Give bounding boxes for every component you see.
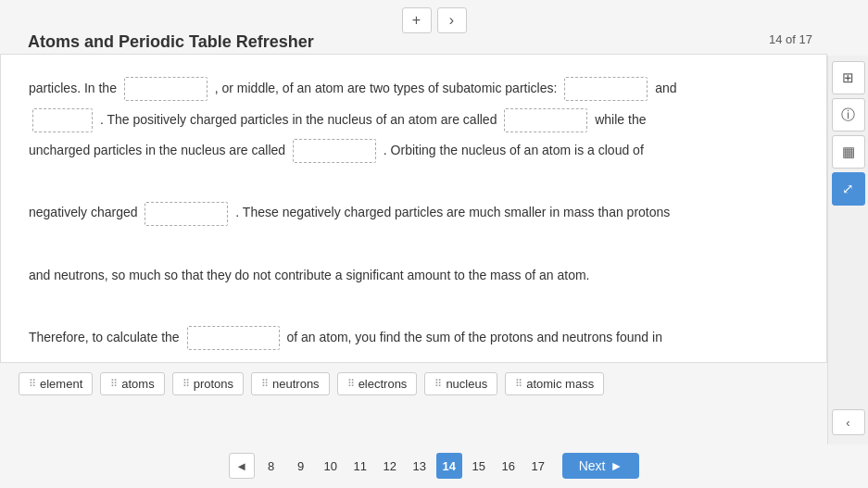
next-button-label: Next [579,458,606,473]
page-13[interactable]: 13 [407,453,433,479]
word-atoms[interactable]: ⠿ atoms [100,372,164,395]
next-button[interactable]: Next ► [562,453,640,479]
text-these-neg: . These negatively charged particles are… [235,205,670,219]
text-of-an-atom: of an atom, you find the sum of the prot… [286,330,662,344]
next-arrow-icon: ► [610,458,623,473]
text-and: and [655,81,676,95]
word-neutrons-label: neutrons [272,377,320,391]
page-16[interactable]: 16 [496,453,522,479]
bottom-navigation: ◄ 8 9 10 11 12 13 14 15 16 17 Next ► [0,453,868,479]
top-toolbar: + › [402,7,467,33]
blank-protons[interactable] [504,108,587,132]
text-positively-charged: . The positively charged particles in th… [100,112,497,127]
drag-icon-nucleus: ⠿ [434,378,441,390]
word-bank: ⠿ element ⠿ atoms ⠿ protons ⠿ neutrons ⠿… [0,362,827,405]
add-button[interactable]: + [402,7,432,33]
drag-icon-neutrons: ⠿ [261,378,268,390]
sidebar-collapse-button[interactable]: ‹ [832,409,865,435]
blank-atomic-mass[interactable] [187,326,280,350]
word-protons-label: protons [194,377,233,391]
word-element-label: element [40,377,82,391]
word-electrons-label: electrons [359,377,408,391]
grid-icon[interactable]: ⊞ [832,61,865,94]
text-therefore: Therefore, to calculate the [29,330,180,344]
text-particles-in: particles. In the [29,81,117,95]
blank-type2[interactable] [32,108,93,132]
page-12[interactable]: 12 [377,453,403,479]
info-icon[interactable]: ⓘ [832,98,865,131]
prev-page-button[interactable]: ◄ [229,453,255,479]
page-count: 14 of 17 [769,32,812,46]
main-content: particles. In the , or middle, of an ato… [0,54,827,405]
drag-icon-protons: ⠿ [182,378,189,390]
forward-button[interactable]: › [437,7,467,33]
page-10[interactable]: 10 [318,453,344,479]
text-negatively-charged: negatively charged [29,205,138,219]
blank-type1[interactable] [564,77,648,101]
text-and-neutrons: and neutrons, so much so that they do no… [29,268,589,282]
text-while-the: while the [595,112,646,127]
drag-icon-atoms: ⠿ [110,378,117,390]
word-protons[interactable]: ⠿ protons [172,372,244,395]
word-atomic-mass-label: atomic mass [526,377,594,391]
right-sidebar: ⊞ ⓘ ▦ ⤢ ‹ [827,56,868,444]
page-11[interactable]: 11 [347,453,373,479]
drag-icon-atomic-mass: ⠿ [515,378,522,390]
text-orbiting: . Orbiting the nucleus of an atom is a c… [384,143,644,157]
calculator-icon[interactable]: ▦ [832,135,865,169]
word-atomic-mass[interactable]: ⠿ atomic mass [505,372,604,395]
page-14[interactable]: 14 [436,453,462,479]
text-uncharged: uncharged particles in the nucleus are c… [29,143,285,157]
word-atoms-label: atoms [121,377,154,391]
content-body: particles. In the , or middle, of an ato… [29,73,799,405]
blank-electrons[interactable] [145,202,228,226]
word-nucleus-label: nucleus [446,377,487,391]
page-9[interactable]: 9 [288,453,314,479]
page-title: Atoms and Periodic Table Refresher [28,32,314,52]
word-element[interactable]: ⠿ element [19,372,93,395]
page-8[interactable]: 8 [258,453,284,479]
drag-icon-element: ⠿ [29,378,35,390]
drag-icon-electrons: ⠿ [347,378,354,390]
text-middle: , or middle, of an atom are two types of… [215,81,558,95]
blank-neutrons[interactable] [293,139,376,163]
page-15[interactable]: 15 [466,453,492,479]
word-electrons[interactable]: ⠿ electrons [337,372,418,395]
word-nucleus[interactable]: ⠿ nucleus [424,372,497,395]
expand-icon[interactable]: ⤢ [832,172,865,206]
blank-nucleus[interactable] [124,77,208,101]
word-neutrons[interactable]: ⠿ neutrons [251,372,330,395]
page-17[interactable]: 17 [525,453,551,479]
